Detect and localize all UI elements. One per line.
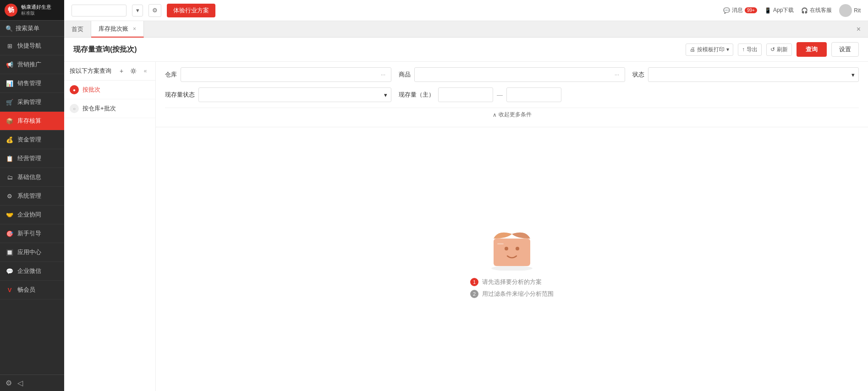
sidebar-footer: ⚙ ◁	[0, 375, 64, 391]
sidebar-item-label: 快捷导航	[17, 42, 41, 50]
sidebar-item-system[interactable]: ⚙ 系统管理	[0, 187, 64, 206]
svg-point-0	[132, 70, 135, 72]
sidebar-item-apps[interactable]: 🔲 应用中心	[0, 243, 64, 262]
sidebar-item-purchase[interactable]: 🛒 采购管理	[0, 93, 64, 112]
marketing-icon: 📢	[5, 60, 14, 69]
finance-icon: 💰	[5, 136, 14, 144]
sidebar-item-sales[interactable]: 📊 销售管理	[0, 74, 64, 93]
sidebar-item-label: 畅会员	[17, 286, 35, 294]
left-panel-actions: + «	[117, 66, 150, 76]
empty-illustration	[484, 220, 539, 271]
sidebar-settings-icon[interactable]: ⚙	[5, 379, 12, 387]
online-service-btn[interactable]: 🎧 在线客服	[801, 6, 832, 14]
export-btn[interactable]: ↑ 导出	[738, 43, 762, 56]
scheme-label: 按批次	[82, 86, 100, 94]
sidebar-item-label: 库存核算	[17, 117, 41, 125]
status-dropdown-icon: ▾	[852, 71, 855, 78]
tab-close-btn[interactable]: ×	[133, 26, 136, 32]
gear-icon: ⚙	[152, 7, 158, 14]
sidebar-item-wechat[interactable]: 💬 企业微信	[0, 262, 64, 281]
app-download-btn[interactable]: 📱 App下载	[764, 6, 794, 14]
sidebar-item-newbie[interactable]: 🎯 新手引导	[0, 224, 64, 243]
tab-home[interactable]: 首页	[64, 21, 91, 38]
app-logo: 畅	[5, 4, 17, 16]
sidebar-item-label: 企业微信	[17, 267, 41, 275]
print-dropdown-icon: ▾	[726, 46, 729, 53]
sidebar-item-operation[interactable]: 📋 经营管理	[0, 149, 64, 168]
inventory-status-select[interactable]: ▾	[198, 87, 391, 102]
inventory-amount-end-input[interactable]	[511, 92, 588, 98]
trial-button[interactable]: 体验行业方案	[167, 4, 215, 17]
main-area: ▾ ⚙ 体验行业方案 💬 消息 99+ 📱 App下载 🎧 在线客服 Rit	[64, 0, 868, 391]
sidebar-item-label: 营销推广	[17, 60, 41, 69]
scheme-settings-btn[interactable]	[129, 66, 138, 76]
sidebar-item-label: 基础信息	[17, 173, 41, 181]
empty-tip-2: 2 用过滤条件来缩小分析范围	[470, 290, 554, 298]
wechat-icon: 💬	[5, 267, 14, 275]
warehouse-input-wrapper[interactable]: ···	[181, 67, 391, 82]
member-icon: V	[5, 286, 14, 294]
sidebar-item-marketing[interactable]: 📢 营销推广	[0, 55, 64, 74]
sidebar-item-enterprise[interactable]: 🤝 企业协同	[0, 206, 64, 224]
page-header-actions: 🖨 按模板打印 ▾ ↑ 导出 ↺ 刷新 查询 设置	[686, 42, 859, 57]
scheme-item-by-warehouse-batch[interactable]: ○ 按仓库+批次	[64, 99, 155, 118]
empty-tips: 1 请先选择要分析的方案 2 用过滤条件来缩小分析范围	[470, 278, 554, 298]
warehouse-input[interactable]	[185, 71, 379, 78]
query-btn[interactable]: 查询	[797, 42, 827, 57]
svg-point-4	[516, 247, 519, 250]
export-icon: ↑	[742, 46, 745, 53]
warehouse-more-btn[interactable]: ···	[379, 71, 387, 78]
topbar-dropdown-btn[interactable]: ▾	[132, 5, 143, 16]
refresh-btn[interactable]: ↺ 刷新	[766, 43, 792, 56]
messages-btn[interactable]: 💬 消息 99+	[723, 6, 757, 14]
product-more-btn[interactable]: ···	[613, 71, 621, 78]
search-label: 搜索菜单	[16, 24, 39, 33]
tab-inventory-batch[interactable]: 库存批次账 ×	[91, 21, 144, 38]
settings-btn[interactable]: 设置	[831, 42, 859, 57]
topbar-nav-input[interactable]	[71, 5, 126, 16]
empty-state: 1 请先选择要分析的方案 2 用过滤条件来缩小分析范围	[156, 127, 868, 391]
sidebar-nav: ⊞ 快捷导航 📢 营销推广 📊 销售管理 🛒 采购管理 📦 库存核算 💰 资金管…	[0, 37, 64, 375]
sidebar: 畅 畅康通好生意 标准版 🔍 搜索菜单 ⊞ 快捷导航 📢 营销推广 📊 销售管理…	[0, 0, 64, 391]
sidebar-item-inventory[interactable]: 📦 库存核算	[0, 112, 64, 130]
sidebar-item-member[interactable]: V 畅会员	[0, 281, 64, 299]
print-btn[interactable]: 🖨 按模板打印 ▾	[686, 43, 733, 56]
sidebar-item-label: 企业协同	[17, 211, 41, 219]
service-icon: 🎧	[801, 7, 808, 14]
add-scheme-btn[interactable]: +	[117, 66, 126, 76]
enterprise-icon: 🤝	[5, 211, 14, 219]
filter-row-1: 仓库 ··· 商品 ···	[165, 67, 859, 82]
sidebar-item-quick-nav[interactable]: ⊞ 快捷导航	[0, 37, 64, 55]
print-icon: 🖨	[690, 46, 695, 53]
sidebar-item-basic[interactable]: 🗂 基础信息	[0, 168, 64, 187]
tabbar-close-btn[interactable]: ×	[853, 25, 864, 33]
svg-point-1	[491, 266, 533, 271]
scheme-label: 按仓库+批次	[82, 104, 116, 113]
status-field: 状态 ▾	[632, 67, 859, 82]
app-download-label: App下载	[773, 6, 794, 14]
collapse-more-btn[interactable]: ∧ 收起更多条件	[165, 108, 859, 121]
collapse-left-panel-btn[interactable]: «	[141, 66, 150, 76]
sidebar-item-label: 经营管理	[17, 154, 41, 163]
topbar-gear-btn[interactable]: ⚙	[148, 4, 161, 17]
sidebar-item-finance[interactable]: 💰 资金管理	[0, 130, 64, 149]
inventory-amount-start-wrapper[interactable]	[438, 87, 493, 102]
filter-area: 仓库 ··· 商品 ···	[156, 62, 868, 127]
warehouse-field: 仓库 ···	[165, 67, 391, 82]
tip-2-text: 用过滤条件来缩小分析范围	[482, 290, 554, 298]
dropdown-icon: ▾	[136, 7, 139, 14]
tip-1-num: 1	[470, 278, 478, 286]
product-input-wrapper[interactable]: ···	[414, 67, 625, 82]
tab-inventory-batch-label: 库存批次账	[99, 25, 128, 33]
warehouse-label: 仓库	[165, 71, 177, 79]
inventory-status-field: 现存量状态 ▾	[165, 87, 391, 102]
sidebar-collapse-icon[interactable]: ◁	[17, 379, 23, 387]
scheme-item-by-batch[interactable]: ● 按批次	[64, 81, 155, 99]
user-menu[interactable]: Rit	[839, 4, 861, 17]
sidebar-search[interactable]: 🔍 搜索菜单	[0, 21, 64, 37]
inventory-amount-field: 现存量（主） —	[399, 87, 625, 102]
inventory-amount-end-wrapper[interactable]	[506, 87, 561, 102]
status-select[interactable]: ▾	[648, 67, 859, 82]
product-input[interactable]	[418, 71, 613, 78]
service-label: 在线客服	[810, 6, 832, 14]
